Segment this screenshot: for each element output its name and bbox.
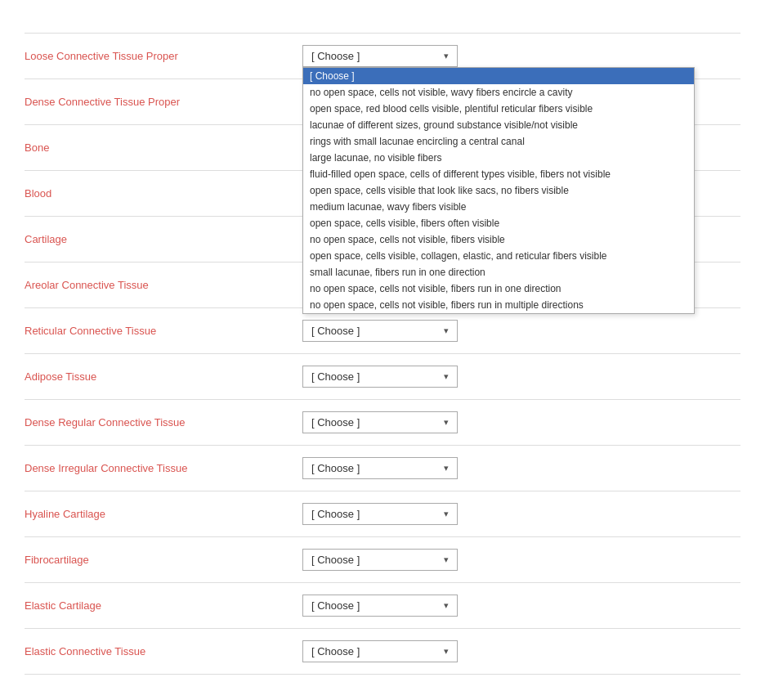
row-label: Elastic Cartilage <box>25 599 302 612</box>
row-label: Adipose Tissue <box>25 370 302 383</box>
dropdown-button-adipose-tissue[interactable]: [ Choose ]▾ <box>302 366 458 388</box>
dropdown-wrapper: [ Choose ]▾ <box>302 640 458 662</box>
row-label: Dense Regular Connective Tissue <box>25 416 302 429</box>
row-label: Dense Irregular Connective Tissue <box>25 462 302 474</box>
dropdown-option[interactable]: fluid-filled open space, cells of differ… <box>303 166 694 182</box>
dropdown-option[interactable]: no open space, cells not visible, fibers… <box>303 280 694 297</box>
dropdown-option[interactable]: open space, cells visible, fibers often … <box>303 215 694 231</box>
row-label: Loose Connective Tissue Proper <box>25 50 302 62</box>
match-row: Elastic Connective Tissue[ Choose ]▾ <box>25 628 740 675</box>
chevron-down-icon: ▾ <box>444 600 449 611</box>
chevron-down-icon: ▾ <box>444 509 449 519</box>
dropdown-selected-text: [ Choose ] <box>311 325 360 337</box>
dropdown-selected-text: [ Choose ] <box>311 416 360 429</box>
dropdown-option[interactable]: medium lacunae, wavy fibers visible <box>303 199 694 215</box>
chevron-down-icon: ▾ <box>444 417 449 428</box>
row-label: Cartilage <box>25 233 302 245</box>
dropdown-selected-text: [ Choose ] <box>311 599 360 612</box>
chevron-down-icon: ▾ <box>444 463 449 473</box>
match-row: Reticular Connective Tissue[ Choose ]▾ <box>25 307 740 353</box>
dropdown-wrapper: [ Choose ]▾ <box>302 549 458 571</box>
match-row: Adipose Tissue[ Choose ]▾ <box>25 353 740 399</box>
dropdown-wrapper: [ Choose ]▾ <box>302 411 458 433</box>
match-row: Fibrocartilage[ Choose ]▾ <box>25 536 740 582</box>
dropdown-button-elastic-connective-tissue[interactable]: [ Choose ]▾ <box>302 640 458 662</box>
dropdown-option[interactable]: no open space, cells not visible, fibers… <box>303 297 694 313</box>
dropdown-option[interactable]: small lacunae, fibers run in one directi… <box>303 264 694 280</box>
dropdown-selected-text: [ Choose ] <box>311 462 360 474</box>
dropdown-wrapper: [ Choose ]▾[ Choose ]no open space, cell… <box>302 45 458 67</box>
dropdown-option[interactable]: large lacunae, no visible fibers <box>303 150 694 166</box>
chevron-down-icon: ▾ <box>444 554 449 565</box>
dropdown-wrapper: [ Choose ]▾ <box>302 457 458 479</box>
dropdown-selected-text: [ Choose ] <box>311 50 360 62</box>
row-label: Bone <box>25 141 302 154</box>
dropdown-wrapper: [ Choose ]▾ <box>302 320 458 342</box>
row-label: Elastic Connective Tissue <box>25 645 302 657</box>
chevron-down-icon: ▾ <box>444 51 449 61</box>
dropdown-option[interactable]: rings with small lacunae encircling a ce… <box>303 133 694 150</box>
dropdown-option[interactable]: [ Choose ] <box>303 68 694 84</box>
dropdown-options-list: [ Choose ]no open space, cells not visib… <box>302 67 695 314</box>
dropdown-option[interactable]: open space, red blood cells visible, ple… <box>303 101 694 117</box>
row-label: Blood <box>25 187 302 200</box>
dropdown-option[interactable]: open space, cells visible, collagen, ela… <box>303 248 694 264</box>
row-label: Hyaline Cartilage <box>25 508 302 520</box>
dropdown-option[interactable]: lacunae of different sizes, ground subst… <box>303 117 694 133</box>
match-row: Dense Regular Connective Tissue[ Choose … <box>25 399 740 445</box>
page-container: Loose Connective Tissue Proper[ Choose ]… <box>25 33 740 675</box>
dropdown-selected-text: [ Choose ] <box>311 370 360 383</box>
row-label: Dense Connective Tissue Proper <box>25 96 302 108</box>
match-row: Elastic Cartilage[ Choose ]▾ <box>25 582 740 628</box>
dropdown-selected-text: [ Choose ] <box>311 508 360 520</box>
dropdown-button-hyaline-cartilage[interactable]: [ Choose ]▾ <box>302 503 458 525</box>
dropdown-wrapper: [ Choose ]▾ <box>302 595 458 617</box>
chevron-down-icon: ▾ <box>444 371 449 382</box>
dropdown-wrapper: [ Choose ]▾ <box>302 503 458 525</box>
dropdown-selected-text: [ Choose ] <box>311 645 360 657</box>
dropdown-option[interactable]: no open space, cells not visible, wavy f… <box>303 84 694 101</box>
dropdown-button-reticular-connective-tissue[interactable]: [ Choose ]▾ <box>302 320 458 342</box>
dropdown-button-dense-regular-connective-tissue[interactable]: [ Choose ]▾ <box>302 411 458 433</box>
dropdown-button-loose-connective-tissue-proper[interactable]: [ Choose ]▾ <box>302 45 458 67</box>
dropdown-button-fibrocartilage[interactable]: [ Choose ]▾ <box>302 549 458 571</box>
dropdown-wrapper: [ Choose ]▾ <box>302 366 458 388</box>
row-label: Fibrocartilage <box>25 554 302 566</box>
chevron-down-icon: ▾ <box>444 646 449 657</box>
rows-container: Loose Connective Tissue Proper[ Choose ]… <box>25 33 740 675</box>
dropdown-selected-text: [ Choose ] <box>311 554 360 566</box>
dropdown-button-dense-irregular-connective-tissue[interactable]: [ Choose ]▾ <box>302 457 458 479</box>
row-label: Areolar Connective Tissue <box>25 279 302 291</box>
match-row: Hyaline Cartilage[ Choose ]▾ <box>25 491 740 536</box>
dropdown-option[interactable]: open space, cells visible that look like… <box>303 182 694 199</box>
match-row: Loose Connective Tissue Proper[ Choose ]… <box>25 33 740 79</box>
dropdown-button-elastic-cartilage[interactable]: [ Choose ]▾ <box>302 595 458 617</box>
row-label: Reticular Connective Tissue <box>25 325 302 337</box>
dropdown-option[interactable]: no open space, cells not visible, fibers… <box>303 231 694 248</box>
match-row: Dense Irregular Connective Tissue[ Choos… <box>25 445 740 491</box>
chevron-down-icon: ▾ <box>444 325 449 336</box>
